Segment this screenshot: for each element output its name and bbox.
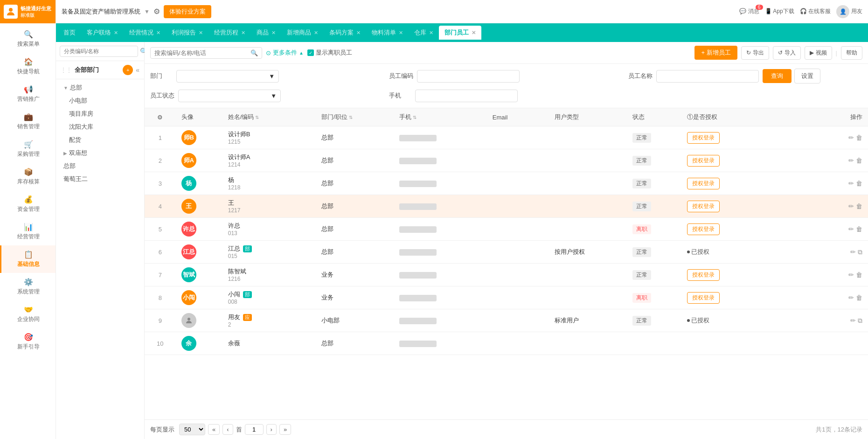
authorize-btn[interactable]: 授权登录 <box>687 132 720 144</box>
tab-staff-close[interactable]: ✕ <box>472 30 476 36</box>
settings-button[interactable]: ⚙ <box>153 7 160 16</box>
show-resigned-toggle[interactable]: ✓ 显示离职员工 <box>307 49 352 57</box>
next-page-btn[interactable]: › <box>266 424 277 435</box>
delete-btn[interactable]: 🗑 <box>856 157 862 164</box>
dept-node-putaowangz[interactable]: 葡萄王二 <box>56 173 144 186</box>
dept-collapse-btn[interactable]: « <box>136 66 139 74</box>
tab-business-close[interactable]: ✕ <box>156 30 160 36</box>
employee-name-input[interactable] <box>656 70 759 83</box>
experience-button[interactable]: 体验行业方案 <box>164 5 211 18</box>
th-name[interactable]: 姓名/编码 ⇅ <box>222 108 316 126</box>
tab-bom-close[interactable]: ✕ <box>399 30 403 36</box>
authorize-btn[interactable]: 授权登录 <box>687 201 720 212</box>
th-settings[interactable]: ⚙ <box>145 108 176 126</box>
sidebar-item-search-menu[interactable]: 🔍 搜索菜单 <box>0 25 56 53</box>
tab-process-close[interactable]: ✕ <box>241 30 245 36</box>
edit-btn[interactable]: ✏ <box>848 271 854 279</box>
first-page-btn[interactable]: « <box>208 424 220 435</box>
dept-node-shenyang[interactable]: 沈阳大库 <box>56 120 144 133</box>
search-icon[interactable]: 🔍 <box>250 49 258 56</box>
name-sort[interactable]: 姓名/编码 ⇅ <box>228 113 310 121</box>
edit-btn[interactable]: ✏ <box>848 294 854 301</box>
edit-btn[interactable]: ✏ <box>850 317 856 324</box>
delete-btn[interactable]: 🗑 <box>856 225 862 233</box>
phone-sort[interactable]: 手机 ⇅ <box>399 113 481 121</box>
tab-barcode[interactable]: 条码方案 ✕ <box>324 26 366 40</box>
authorize-btn[interactable]: 授权登录 <box>687 155 720 167</box>
dept-node-shuangcheng[interactable]: ▶ 双庙想 <box>56 146 144 160</box>
app-download-btn[interactable]: 📱 App下载 <box>765 7 794 15</box>
sidebar-item-basic-info[interactable]: 📋 基础信息 <box>0 245 56 273</box>
authorize-btn[interactable]: 授权登录 <box>687 269 720 281</box>
authorize-btn[interactable]: 授权登录 <box>687 292 720 304</box>
dept-search-input[interactable] <box>60 46 138 57</box>
last-page-btn[interactable]: » <box>279 424 291 435</box>
authorize-btn[interactable]: 授权登录 <box>687 223 720 235</box>
sidebar-item-inventory[interactable]: 📦 库存核算 <box>0 163 56 190</box>
page-input[interactable] <box>245 424 264 435</box>
delete-btn[interactable]: 🗑 <box>856 180 862 187</box>
video-button[interactable]: ▶ 视频 <box>805 46 832 60</box>
tab-process[interactable]: 经营历程 ✕ <box>208 26 251 40</box>
sidebar-item-quick-nav[interactable]: 🏠 快捷导航 <box>0 53 56 80</box>
tab-customer-close[interactable]: ✕ <box>114 30 118 36</box>
tab-goods[interactable]: 商品 ✕ <box>251 26 281 40</box>
th-phone[interactable]: 手机 ⇅ <box>394 108 487 126</box>
online-service-btn[interactable]: 🎧 在线客服 <box>800 7 831 15</box>
tab-barcode-close[interactable]: ✕ <box>356 30 361 36</box>
sidebar-item-marketing[interactable]: 📢 营销推广 <box>0 80 56 108</box>
delete-btn[interactable]: 🗑 <box>856 202 862 210</box>
edit-btn[interactable]: ✏ <box>848 157 854 164</box>
user-menu[interactable]: 👤 用友 <box>836 5 862 18</box>
phone-input[interactable] <box>415 90 518 102</box>
dept-sort[interactable]: 部门/职位 ⇅ <box>321 113 388 121</box>
tab-warehouse[interactable]: 仓库 ✕ <box>409 26 439 40</box>
tab-home[interactable]: 首页 <box>58 26 81 40</box>
tab-profit[interactable]: 利润报告 ✕ <box>166 26 208 40</box>
tab-business[interactable]: 经营情况 ✕ <box>124 26 166 40</box>
export-button[interactable]: ↻ 导出 <box>741 46 769 60</box>
reset-button[interactable]: 设置 <box>794 69 820 84</box>
edit-btn[interactable]: ✏ <box>848 225 854 233</box>
tab-warehouse-close[interactable]: ✕ <box>429 30 433 36</box>
message-btn[interactable]: 💬 6 消息 <box>739 7 759 15</box>
copy-btn[interactable]: ⧉ <box>858 248 862 256</box>
authorize-btn[interactable]: 授权登录 <box>687 178 720 189</box>
query-button[interactable]: 查询 <box>763 69 792 83</box>
tab-new-goods-close[interactable]: ✕ <box>314 30 318 36</box>
tab-bom[interactable]: 物料清单 ✕ <box>366 26 409 40</box>
prev-page-btn[interactable]: ‹ <box>222 424 233 435</box>
edit-btn[interactable]: ✏ <box>848 134 854 141</box>
sidebar-item-sales[interactable]: 💼 销售管理 <box>0 108 56 135</box>
edit-btn[interactable]: ✏ <box>850 248 856 256</box>
employee-code-input[interactable] <box>417 70 520 83</box>
dept-node-zongbu[interactable]: ▼ 总部 <box>56 81 144 94</box>
delete-btn[interactable]: 🗑 <box>856 271 862 279</box>
tab-goods-close[interactable]: ✕ <box>271 30 276 36</box>
tab-profit-close[interactable]: ✕ <box>199 30 203 36</box>
import-button[interactable]: ↺ 导入 <box>773 46 801 60</box>
sidebar-item-system[interactable]: ⚙️ 系统管理 <box>0 273 56 300</box>
edit-btn[interactable]: ✏ <box>848 202 854 210</box>
delete-btn[interactable]: 🗑 <box>856 134 862 141</box>
sidebar-item-operation[interactable]: 📊 经营管理 <box>0 218 56 245</box>
tab-customer[interactable]: 客户联络 ✕ <box>81 26 124 40</box>
page-size-select[interactable]: 50 20 100 <box>179 424 205 435</box>
copy-btn[interactable]: ⧉ <box>858 317 862 325</box>
th-dept[interactable]: 部门/职位 ⇅ <box>316 108 394 126</box>
add-staff-button[interactable]: + 新增员工 <box>694 46 737 60</box>
dept-filter-select[interactable]: ▼ <box>176 70 279 83</box>
delete-btn[interactable]: 🗑 <box>856 294 862 301</box>
sidebar-item-finance[interactable]: 💰 资金管理 <box>0 190 56 218</box>
status-filter-select[interactable]: ▼ <box>178 90 281 102</box>
search-input[interactable] <box>154 49 249 56</box>
more-conditions-btn[interactable]: ⊙ 更多条件 ▲ <box>266 49 304 57</box>
dept-node-peihuo[interactable]: 配货 <box>56 133 144 146</box>
dept-node-xiangmu[interactable]: 项目库房 <box>56 107 144 120</box>
dept-node-xiaodian[interactable]: 小电部 <box>56 94 144 107</box>
help-button[interactable]: 帮助 <box>841 46 862 60</box>
tab-new-goods[interactable]: 新增商品 ✕ <box>281 26 324 40</box>
edit-btn[interactable]: ✏ <box>848 180 854 187</box>
sidebar-item-guide[interactable]: 🎯 新手引导 <box>0 328 56 355</box>
tab-staff[interactable]: 部门员工 ✕ <box>439 26 481 40</box>
